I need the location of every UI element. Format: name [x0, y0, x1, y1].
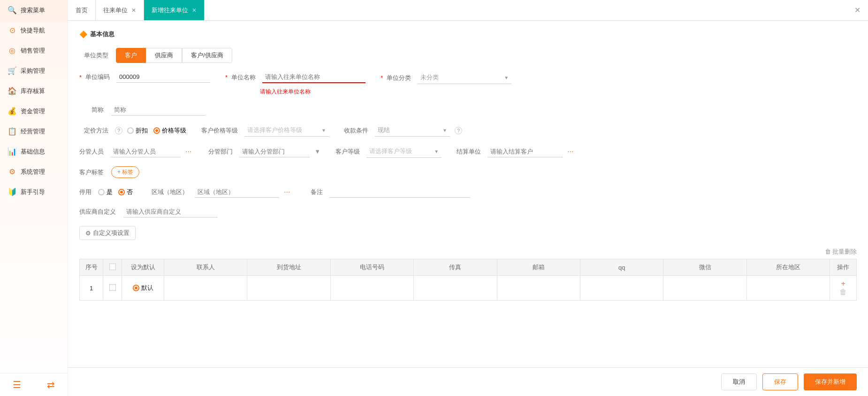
settlement-unit-more-btn[interactable]: ··· [565, 148, 575, 156]
row-qq[interactable] [580, 276, 663, 301]
short-name-input[interactable] [111, 104, 205, 116]
payment-terms-label: 收款条件 [344, 126, 372, 135]
batch-delete-btn[interactable]: 🗑 批量删除 [79, 248, 857, 256]
payment-terms-select[interactable]: 现结 ▼ [375, 124, 450, 137]
remarks-input[interactable] [329, 186, 470, 198]
row-add-btn[interactable]: + [840, 280, 846, 287]
row-fax[interactable] [414, 276, 497, 301]
pricing-level-circle [153, 127, 160, 134]
sidebar-item-purchase[interactable]: 🛒 采购管理 [0, 61, 68, 81]
pricing-level-radio[interactable]: 价格等级 [153, 126, 186, 135]
customer-level-group: 客户等级 请选择客户等级 ▼ [335, 145, 442, 158]
tab-new-partner[interactable]: 新增往来单位 ✕ [144, 0, 205, 20]
supplier-custom-input[interactable] [123, 206, 217, 217]
sidebar-item-guide[interactable]: 🔰 新手引导 [0, 182, 68, 202]
row-contact-input[interactable] [169, 285, 242, 292]
manager-group: 分管人员 ··· [79, 146, 193, 157]
tab-home[interactable]: 首页 [68, 0, 96, 20]
pricing-row: 定价方法 ? 折扣 价格等级 客户价格等级 请选择客户价格等级 [79, 124, 857, 137]
sidebar-item-operations-label: 经营管理 [21, 127, 45, 136]
sidebar-item-quick-nav[interactable]: ⊙ 快捷导航 [0, 20, 68, 40]
row-area-input[interactable] [752, 285, 825, 292]
row-contact[interactable] [164, 276, 247, 301]
sidebar-item-search-label: 搜索菜单 [21, 6, 45, 15]
pricing-radio-group: 折扣 价格等级 [127, 126, 186, 135]
sidebar-item-inventory[interactable]: 🏠 库存核算 [0, 81, 68, 101]
customer-level-select[interactable]: 请选择客户等级 ▼ [366, 145, 442, 158]
region-input[interactable] [195, 186, 279, 198]
unit-name-input[interactable] [262, 71, 365, 83]
department-input[interactable] [239, 146, 310, 157]
row-checkbox[interactable] [103, 276, 122, 301]
row-phone[interactable] [330, 276, 413, 301]
inventory-icon: 🏠 [8, 86, 17, 95]
payment-terms-chevron: ▼ [442, 128, 447, 133]
row-email[interactable] [497, 276, 580, 301]
save-add-button[interactable]: 保存并新增 [804, 373, 857, 390]
sidebar-item-search[interactable]: 🔍 搜索菜单 [0, 0, 68, 20]
row-default-radio[interactable]: 默认 [127, 284, 159, 292]
row-address[interactable] [247, 276, 330, 301]
pricing-help-icon[interactable]: ? [115, 127, 122, 134]
sidebar-item-finance[interactable]: 💰 资金管理 [0, 101, 68, 121]
tab-partners[interactable]: 往来单位 ✕ [96, 0, 144, 20]
settings-btn-label: 自定义项设置 [93, 229, 129, 237]
pricing-discount-radio[interactable]: 折扣 [127, 126, 148, 135]
payment-terms-help-icon[interactable]: ? [455, 127, 462, 134]
row-delete-btn[interactable]: 🗑 [838, 288, 848, 296]
disabled-no-radio[interactable]: 否 [118, 188, 133, 196]
save-button[interactable]: 保存 [762, 373, 798, 390]
short-name-label: 简称 [79, 106, 107, 114]
unit-name-label: 单位名称 [231, 73, 259, 82]
search-icon: 🔍 [8, 6, 17, 15]
disabled-no-label: 否 [127, 188, 133, 196]
unit-category-chevron: ▼ [504, 75, 509, 80]
sidebar-expand-btn[interactable]: ⇄ [45, 377, 57, 392]
row-fax-input[interactable] [419, 285, 492, 292]
settlement-unit-input[interactable] [487, 146, 563, 157]
main-area: 首页 往来单位 ✕ 新增往来单位 ✕ ✕ 🔶 基本信息 单位类型 客户 供应商 … [68, 0, 868, 396]
disabled-no-circle [118, 189, 125, 195]
sales-icon: ◎ [8, 46, 17, 55]
disabled-yes-radio[interactable]: 是 [98, 188, 113, 196]
type-btn-supplier[interactable]: 供应商 [146, 48, 182, 63]
cancel-button[interactable]: 取消 [721, 373, 757, 390]
row-wechat[interactable] [663, 276, 746, 301]
type-buttons: 客户 供应商 客户/供应商 [116, 48, 232, 63]
tab-new-partner-close[interactable]: ✕ [192, 7, 197, 14]
sidebar-item-system[interactable]: ⚙ 系统管理 [0, 162, 68, 182]
sidebar-item-operations[interactable]: 📋 经营管理 [0, 121, 68, 141]
type-btn-both[interactable]: 客户/供应商 [182, 48, 232, 63]
th-area: 所在地区 [746, 259, 830, 276]
row-phone-input[interactable] [335, 285, 409, 292]
unit-category-select[interactable]: 未分类 ▼ [418, 71, 511, 84]
region-more-btn[interactable]: ··· [282, 188, 292, 196]
th-email: 邮箱 [497, 259, 580, 276]
unit-code-input[interactable] [116, 71, 210, 83]
manager-input[interactable] [110, 146, 181, 157]
tag-row: 客户标签 + 标签 [79, 166, 857, 178]
sidebar-item-guide-label: 新手引导 [21, 188, 45, 196]
tab-partners-close[interactable]: ✕ [131, 7, 136, 14]
tab-bar-close-btn[interactable]: ✕ [847, 6, 868, 15]
tab-new-partner-label: 新增往来单位 [152, 6, 188, 15]
sidebar-item-basics[interactable]: 📊 基础信息 [0, 141, 68, 162]
th-address: 到货地址 [247, 259, 330, 276]
customer-level-label: 客户等级 [335, 148, 364, 156]
row-select-checkbox[interactable] [109, 284, 116, 291]
select-all-checkbox[interactable] [109, 264, 116, 270]
row-email-input[interactable] [502, 285, 575, 292]
add-tag-btn[interactable]: + 标签 [111, 166, 139, 178]
settings-btn[interactable]: ⚙ 自定义项设置 [79, 226, 136, 240]
sidebar-item-sales[interactable]: ◎ 销售管理 [0, 40, 68, 61]
customer-price-level-select[interactable]: 请选择客户价格等级 ▼ [244, 124, 329, 137]
type-btn-customer[interactable]: 客户 [116, 48, 146, 63]
th-seq: 序号 [80, 259, 103, 276]
row-area[interactable] [746, 276, 830, 301]
finance-icon: 💰 [8, 107, 17, 116]
row-qq-input[interactable] [585, 285, 659, 292]
manager-more-btn[interactable]: ··· [183, 148, 193, 156]
row-wechat-input[interactable] [668, 285, 741, 292]
row-address-input[interactable] [252, 285, 325, 292]
sidebar-collapse-btn[interactable]: ☰ [11, 377, 23, 392]
